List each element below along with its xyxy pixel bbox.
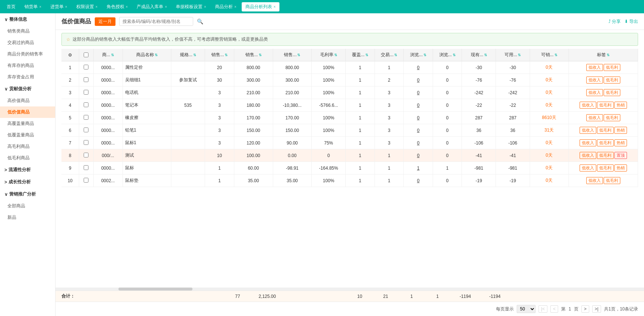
view1-count[interactable]: 0 [404,137,433,149]
view1-count[interactable]: 0 [404,86,433,99]
sort-icon[interactable]: ⇅ [225,53,228,57]
sort-icon[interactable]: ⇅ [518,53,521,57]
view1-count[interactable]: 0 [404,74,433,86]
view1-count[interactable]: 0 [404,112,433,124]
close-icon[interactable]: × [126,5,128,9]
export-button[interactable]: ⬇ 导出 [624,18,638,25]
row-checkbox[interactable] [84,77,88,82]
row-checkbox[interactable] [84,65,88,69]
view1-link[interactable]: 0 [417,90,420,95]
select-all-checkbox[interactable] [84,52,88,57]
nav-permission-setting[interactable]: 权限设置 × [73,2,101,11]
close-icon[interactable]: × [39,5,41,9]
sidebar-item-sales-category[interactable]: 销售类商品 [0,26,55,37]
search-input[interactable] [119,17,193,26]
nav-product-analysis[interactable]: 商品分析 × [211,2,240,11]
view1-count[interactable]: 1 [404,162,433,174]
view1-link[interactable]: 0 [417,78,420,83]
sidebar-item-stock-capital[interactable]: 库存资金占用 [0,71,55,83]
sort-icon[interactable]: ⇅ [453,53,456,57]
row-checkbox-cell[interactable] [79,74,93,86]
view1-link[interactable]: 0 [417,115,420,120]
row-checkbox[interactable] [84,102,88,107]
sidebar-group-overall[interactable]: ∨ 整体信息 [0,13,55,26]
sort-icon[interactable]: ⇅ [155,53,158,57]
row-checkbox-cell[interactable] [79,137,93,149]
sidebar-group-marketing[interactable]: ∨ 营销推广分析 [0,188,55,200]
sidebar-item-low-value[interactable]: 低价值商品 [0,106,55,118]
row-checkbox-cell[interactable] [79,86,93,99]
search-icon[interactable]: 🔍 [197,18,203,24]
close-icon[interactable]: × [274,5,276,9]
prev-page-button[interactable]: < [550,305,558,313]
sidebar-item-new-products[interactable]: 新品 [0,212,55,223]
sort-icon[interactable]: ⇅ [297,53,300,57]
nav-role-auth[interactable]: 角色授权 × [103,2,132,11]
view1-count[interactable]: 0 [404,99,433,112]
sidebar-group-liquidity[interactable]: > 流通性分析 [0,164,55,176]
sort-icon[interactable]: ⇅ [193,53,196,57]
view1-link[interactable]: 1 [417,166,420,171]
sort-icon[interactable]: ⇅ [607,53,610,57]
sort-icon[interactable]: ⇅ [259,53,262,57]
row-checkbox-cell[interactable] [79,174,93,187]
view1-count[interactable]: 0 [404,61,433,74]
row-checkbox[interactable] [84,140,88,145]
sidebar-item-traded[interactable]: 交易过的商品 [0,37,55,48]
sidebar-item-all-products[interactable]: 全部商品 [0,200,55,212]
close-icon[interactable]: × [234,5,237,9]
sidebar-item-low-coverage[interactable]: 低覆盖量商品 [0,129,55,141]
sidebar-item-category-sales-rate[interactable]: 商品分类的销售率 [0,48,55,60]
page-size-select[interactable]: 50 100 [517,305,536,313]
close-icon[interactable]: × [65,5,67,9]
sidebar-group-contribution[interactable]: ∨ 贡献值分析 [0,83,55,95]
view1-link[interactable]: 0 [417,128,420,133]
row-checkbox[interactable] [84,90,88,95]
nav-purchase-order[interactable]: 进货单 × [47,2,71,11]
settings-icon[interactable]: ⚙ [68,52,72,58]
nav-template-setting[interactable]: 单据模板设置 × [172,2,210,11]
sidebar-item-high-coverage[interactable]: 高覆盖量商品 [0,118,55,129]
view1-count[interactable]: 0 [404,124,433,137]
view1-count[interactable]: 0 [404,174,433,187]
view1-count[interactable]: 0 [404,149,433,162]
nav-sales-order[interactable]: 销货单 × [21,2,45,11]
row-checkbox-cell[interactable] [79,162,93,174]
sidebar-group-growth[interactable]: > 成长性分析 [0,176,55,188]
next-page-button[interactable]: > [581,305,589,313]
close-icon[interactable]: × [95,5,98,9]
sidebar-item-high-value[interactable]: 高价值商品 [0,95,55,106]
col-checkbox[interactable] [79,49,93,61]
row-checkbox[interactable] [84,128,88,132]
view1-link[interactable]: 0 [417,103,420,108]
sort-icon[interactable]: ⇅ [394,53,397,57]
sidebar-item-with-stock[interactable]: 有库存的商品 [0,60,55,71]
row-checkbox-cell[interactable] [79,149,93,162]
sort-icon[interactable]: ⇅ [365,53,368,57]
view1-link[interactable]: 0 [417,65,420,70]
nav-product-instock[interactable]: 产成品入库单 × [133,2,171,11]
nav-product-analysis-list[interactable]: 商品分析列表 × [242,2,279,11]
close-icon[interactable]: × [165,5,167,9]
row-checkbox[interactable] [84,165,88,170]
sidebar-item-high-margin[interactable]: 高毛利商品 [0,141,55,152]
first-page-button[interactable]: |< [539,305,547,313]
close-icon[interactable]: × [204,5,206,9]
row-checkbox-cell[interactable] [79,112,93,124]
sort-icon[interactable]: ⇅ [554,53,557,57]
row-checkbox-cell[interactable] [79,99,93,112]
view1-link[interactable]: 0 [417,153,420,158]
nav-home[interactable]: 首页 [3,2,19,11]
share-button[interactable]: ⤴ 分享 [608,18,621,25]
view1-link[interactable]: 0 [417,140,420,146]
view1-link[interactable]: 0 [417,178,420,183]
last-page-button[interactable]: >| [592,305,601,313]
col-settings[interactable]: ⚙ [61,49,79,61]
scrollbar-thumb[interactable] [118,288,192,290]
horizontal-scrollbar[interactable] [56,288,644,290]
row-checkbox[interactable] [84,153,88,157]
sort-icon[interactable]: ⇅ [334,53,337,57]
sort-icon[interactable]: ⇅ [111,53,114,57]
row-checkbox-cell[interactable] [79,61,93,74]
filter-period-button[interactable]: 近一月 [95,17,115,26]
